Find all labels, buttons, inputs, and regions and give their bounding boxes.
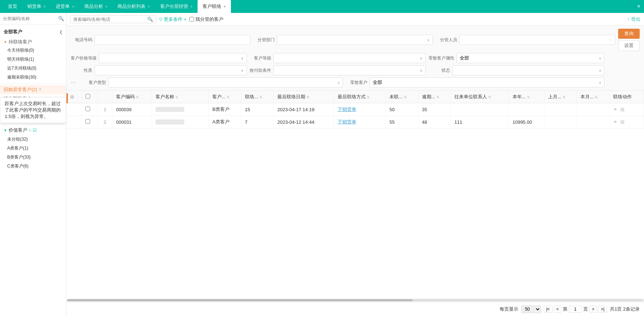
sidebar-item-class-a[interactable]: A类客户(1) (0, 144, 66, 153)
sidebar: 🔍 全部客户 ❮ ▼ 待联络客户 今天待联络(0) 明天待联络(1) 近7天待联… (0, 13, 66, 316)
more-filters-icon[interactable]: ··· (71, 80, 75, 85)
select-all-checkbox[interactable] (85, 94, 90, 99)
nav-sales-order[interactable]: 销货单 × (22, 0, 51, 13)
sidebar-item-7days-pending[interactable]: 近7天待联络(0) (0, 64, 66, 73)
filter-more-dots: ··· (71, 80, 82, 85)
filter-dept-select[interactable]: ∨ (277, 35, 433, 45)
horizontal-scrollbar[interactable] (66, 298, 644, 302)
sidebar-item-overdue-pending[interactable]: 逾期未联络(30) (0, 73, 66, 82)
table-this-month-col[interactable]: 本月...⇅ (577, 91, 610, 103)
table-last-method-col[interactable]: 最后联络方式⇅ (334, 91, 386, 103)
table-type-col[interactable]: 客户...⇅ (209, 91, 241, 103)
nav-home[interactable]: 首页 (3, 0, 22, 13)
table-name-col[interactable]: 客户名称⇅ (152, 91, 209, 103)
table-checkbox-col[interactable] (82, 91, 98, 103)
row1-link-icon[interactable]: ⚭ (613, 107, 617, 112)
table-last-date-col[interactable]: 最后联络日期⇅ (274, 91, 334, 103)
table-this-year-col[interactable]: 本年...⇅ (509, 91, 544, 103)
close-product-analysis-list-icon[interactable]: × (148, 4, 150, 9)
table-contacts-col[interactable]: 往来单位联系人⇅ (451, 91, 509, 103)
table-last-month-col[interactable]: 上月...⇅ (544, 91, 577, 103)
filter-price-level-label: 客户价格等级 (71, 55, 97, 61)
filter-price-level-select[interactable]: ∨ (99, 53, 247, 63)
scroll-thumb[interactable] (67, 299, 413, 301)
row1-last-method-link[interactable]: 下销货单 (338, 107, 356, 112)
nav-purchase-order[interactable]: 进货单 × (51, 0, 79, 13)
nav-product-analysis[interactable]: 商品分析 × (79, 0, 112, 13)
settings-button[interactable]: 设置 (618, 40, 640, 51)
close-customer-contact-icon[interactable]: × (223, 4, 226, 9)
table-footer: 每页显示 50 20 100 |< < 第 页 > >| 共1页 2条记录 (66, 302, 644, 316)
sort-code-icon: ⇅ (136, 95, 139, 99)
triangle-icon: ▼ (4, 40, 7, 44)
table-header-row: ⚙ 客户编码⇅ 客户名称⇅ 客户...⇅ 联络...⇅ (66, 91, 644, 103)
my-customers-checkbox[interactable]: 我分管的客户 (189, 16, 223, 23)
my-customers-input[interactable] (189, 17, 194, 22)
sidebar-item-repeat-abnormal[interactable]: 回购异常客户(2) ? (0, 85, 66, 94)
filter-retail-customer-select[interactable]: 全部 ∨ (370, 77, 604, 88)
filter-customer-type-select[interactable]: ∨ (108, 77, 343, 88)
first-page-button[interactable]: |< (544, 306, 552, 313)
sidebar-search-input[interactable] (3, 16, 57, 21)
row1-settings (66, 103, 82, 116)
row1-checkbox[interactable] (82, 103, 98, 116)
close-customer-seg-icon[interactable]: × (190, 4, 193, 9)
row2-grid-icon[interactable]: ⊞ (620, 119, 625, 125)
filter-retail-attr-select[interactable]: 全部 ∨ (457, 53, 604, 63)
close-purchase-order-icon[interactable]: × (72, 4, 74, 9)
sidebar-item-class-b[interactable]: B类客户(33) (0, 153, 66, 162)
sidebar-item-unclassified[interactable]: 未分组(32) (0, 135, 66, 144)
window-close-button[interactable]: × (637, 3, 640, 10)
toolbar-search-icon[interactable]: 🔍 (147, 16, 153, 22)
nav-product-analysis-list[interactable]: 商品分析列表 × (112, 0, 155, 13)
prev-page-button[interactable]: < (554, 306, 561, 313)
next-page-button[interactable]: > (589, 306, 597, 313)
filter-manager-select[interactable]: ··· (459, 35, 615, 45)
export-button[interactable]: ↑ 导出 (627, 16, 641, 23)
sidebar-item-class-c[interactable]: C类客户(6) (0, 162, 66, 171)
table-overdue-col[interactable]: 逾期...⇅ (418, 91, 451, 103)
value-triangle-icon: ▼ (4, 128, 7, 132)
filter-customer-level-select[interactable]: ∨ (273, 53, 426, 63)
row2-last-method-link[interactable]: 下销货单 (338, 119, 356, 124)
row1-uncontacted: 50 (386, 103, 418, 116)
filter-nature-select[interactable]: ∨ (94, 65, 247, 75)
table-code-col[interactable]: 客户编码⇅ (112, 91, 152, 103)
filter-phone-input[interactable] (94, 35, 250, 45)
query-button[interactable]: 查询 (618, 29, 640, 39)
close-product-analysis-icon[interactable]: × (105, 4, 107, 9)
sort-uncontacted-icon: ⇅ (404, 95, 407, 99)
table-uncontacted-col[interactable]: 未联...⇅ (386, 91, 418, 103)
content-area: 🔍 ▽ 更多条件 ∧ 我分管的客户 ↑ 导出 电话号码 (66, 13, 644, 316)
search-input[interactable] (73, 17, 146, 22)
more-conditions-button[interactable]: ▽ 更多条件 ∧ (159, 16, 186, 23)
all-customers-label[interactable]: 全部客户 ❮ (0, 27, 66, 37)
table-settings-col[interactable]: ⚙ (66, 91, 82, 103)
row1-last-method[interactable]: 下销货单 (334, 103, 386, 116)
sidebar-item-tomorrow-pending[interactable]: 明天待联络(1) (0, 55, 66, 64)
value-customers-section: ▼ 价值客户 ○ ☑ (0, 126, 66, 135)
filter-retail-attr: 零散客户属性 全部 ∨ (428, 53, 604, 63)
sidebar-content: 全部客户 ❮ ▼ 待联络客户 今天待联络(0) 明天待联络(1) 近7天待联络(… (0, 24, 66, 316)
per-page-select[interactable]: 50 20 100 (521, 305, 541, 313)
table-contact-col[interactable]: 联络...⇅ (241, 91, 274, 103)
close-sales-order-icon[interactable]: × (43, 4, 46, 9)
filter-customer-type-chevron-icon: ∨ (337, 81, 340, 85)
row2-settings (66, 116, 82, 128)
row1-grid-icon[interactable]: ⊞ (620, 107, 625, 112)
table-row: 2 000031 A类客户 7 2023-04-12 14:44: 下销货单 5… (66, 116, 644, 128)
nav-customer-segmentation[interactable]: 客户分层经营 × (155, 0, 198, 13)
last-page-button[interactable]: >| (598, 306, 607, 313)
row2-last-method[interactable]: 下销货单 (334, 116, 386, 128)
page-input[interactable] (569, 306, 582, 313)
row2-checkbox[interactable] (82, 116, 98, 128)
filter-payment-terms-select[interactable]: ∨ (273, 65, 426, 75)
value-edit-icon[interactable]: ☑ (33, 128, 37, 133)
sidebar-item-today-pending[interactable]: 今天待联络(0) (0, 46, 66, 55)
nav-customer-contact[interactable]: 客户联络 × (198, 0, 231, 13)
toolbar: 🔍 ▽ 更多条件 ∧ 我分管的客户 ↑ 导出 (66, 13, 644, 26)
row2-link-icon[interactable]: ⚭ (613, 119, 617, 125)
value-circle-icon[interactable]: ○ (29, 128, 31, 133)
filter-status-select[interactable]: ∨ (452, 65, 604, 75)
filter-panel: 电话号码 分管部门 ∨ 分管人员 ··· (66, 26, 644, 91)
